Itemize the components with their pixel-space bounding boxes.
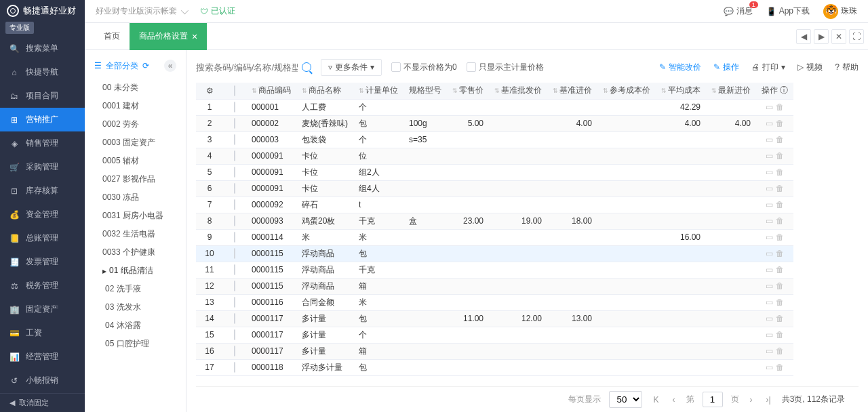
- category-subitem[interactable]: 04 沐浴露: [100, 316, 180, 335]
- tab-close-button[interactable]: ✕: [831, 29, 846, 44]
- page-input[interactable]: [703, 392, 723, 407]
- page-prev-button[interactable]: ‹: [670, 394, 678, 406]
- column-header[interactable]: 商品名称: [296, 83, 353, 99]
- column-header[interactable]: 参考成本价: [597, 83, 656, 99]
- category-item[interactable]: 0003 固定资产: [100, 133, 180, 152]
- edit-icon[interactable]: ▭: [766, 102, 773, 112]
- app-download-link[interactable]: 📱 App下载: [766, 5, 810, 17]
- column-header[interactable]: 规格型号: [403, 83, 447, 99]
- table-row[interactable]: 160000117多计量箱▭🗑: [196, 343, 793, 359]
- column-header[interactable]: 基准进价: [547, 83, 597, 99]
- hide-zero-price-checkbox[interactable]: 不显示价格为0: [391, 62, 457, 73]
- page-first-button[interactable]: K: [650, 394, 661, 406]
- row-checkbox[interactable]: [234, 281, 235, 291]
- delete-icon[interactable]: 🗑: [776, 314, 784, 323]
- edit-icon[interactable]: ▭: [766, 184, 773, 193]
- page-next-button[interactable]: ›: [747, 394, 755, 406]
- column-header[interactable]: 最新进价: [706, 83, 756, 99]
- table-row[interactable]: 70000092碎石t▭🗑: [196, 197, 793, 213]
- edit-icon[interactable]: ▭: [766, 200, 773, 209]
- row-checkbox[interactable]: [234, 167, 235, 178]
- select-all-checkbox[interactable]: [234, 85, 235, 96]
- close-icon[interactable]: ×: [192, 31, 197, 42]
- row-checkbox[interactable]: [234, 102, 235, 112]
- category-item[interactable]: 0031 厨房小电器: [100, 207, 180, 225]
- tenant-selector[interactable]: 好业财专业版演示帐套: [96, 5, 186, 17]
- category-item[interactable]: 0002 劳务: [100, 115, 180, 133]
- sidebar-item-8[interactable]: 📒总账管理: [0, 226, 85, 250]
- sidebar-item-4[interactable]: ◈销售管理: [0, 131, 85, 155]
- sidebar-item-9[interactable]: 🧾发票管理: [0, 250, 85, 274]
- table-row[interactable]: 2000002麦烧(香辣味)包100g5.004.004.004.00▭🗑: [196, 115, 793, 131]
- edit-icon[interactable]: ▭: [766, 297, 773, 307]
- column-header[interactable]: [223, 83, 246, 99]
- delete-icon[interactable]: 🗑: [776, 363, 784, 372]
- table-row[interactable]: 3000003包装袋个s=35▭🗑: [196, 131, 793, 148]
- row-checkbox[interactable]: [234, 199, 235, 210]
- row-checkbox[interactable]: [234, 362, 235, 373]
- category-subitem[interactable]: 05 口腔护理: [100, 335, 180, 353]
- edit-icon[interactable]: ▭: [766, 216, 773, 226]
- delete-icon[interactable]: 🗑: [776, 200, 784, 209]
- tab-fullscreen-button[interactable]: ⛶: [849, 29, 864, 44]
- delete-icon[interactable]: 🗑: [776, 216, 784, 226]
- tab-prev-button[interactable]: ◀: [796, 29, 811, 44]
- collapse-panel-button[interactable]: «: [164, 60, 176, 72]
- info-icon[interactable]: ⓘ: [780, 85, 788, 95]
- sidebar-item-12[interactable]: 💳工资: [0, 321, 85, 345]
- delete-icon[interactable]: 🗑: [776, 265, 784, 274]
- row-checkbox[interactable]: [234, 297, 235, 308]
- column-header[interactable]: 操作 ⓘ: [756, 83, 793, 99]
- more-conditions-button[interactable]: ▿ 更多条件 ▾: [321, 59, 382, 76]
- category-item-expanded[interactable]: ▸ 01 纸品清洁: [100, 262, 180, 280]
- edit-icon[interactable]: ▭: [766, 232, 773, 242]
- edit-icon[interactable]: ▭: [766, 265, 773, 274]
- delete-icon[interactable]: 🗑: [776, 330, 784, 339]
- edit-icon[interactable]: ▭: [766, 249, 773, 258]
- search-input[interactable]: [196, 62, 298, 73]
- delete-icon[interactable]: 🗑: [776, 346, 784, 356]
- table-row[interactable]: 80000093鸡蛋20枚千克盒23.0019.0018.00▭🗑: [196, 213, 793, 229]
- delete-icon[interactable]: 🗑: [776, 184, 784, 193]
- table-row[interactable]: 170000118浮动多计量包▭🗑: [196, 359, 793, 375]
- tab-0[interactable]: 首页: [94, 23, 130, 50]
- smart-price-button[interactable]: ✎ 智能改价: [659, 62, 701, 73]
- sidebar-item-2[interactable]: 🗂项目合同: [0, 84, 85, 108]
- tab-next-button[interactable]: ▶: [814, 29, 829, 44]
- table-row[interactable]: 1000001人工费个42.29▭🗑: [196, 99, 793, 115]
- table-row[interactable]: 100000115浮动商品包▭🗑: [196, 245, 793, 262]
- delete-icon[interactable]: 🗑: [776, 119, 784, 128]
- row-checkbox[interactable]: [234, 313, 235, 324]
- edit-icon[interactable]: ▭: [766, 135, 773, 144]
- category-item[interactable]: 0032 生活电器: [100, 225, 180, 243]
- column-header[interactable]: 零售价: [447, 83, 489, 99]
- sidebar-item-7[interactable]: 💰资金管理: [0, 203, 85, 226]
- row-checkbox[interactable]: [234, 248, 235, 259]
- category-subitem[interactable]: 02 洗手液: [100, 280, 180, 298]
- category-item[interactable]: 00 未分类: [100, 79, 180, 97]
- delete-icon[interactable]: 🗑: [776, 232, 784, 242]
- messages-link[interactable]: 💬 消息 1: [724, 5, 753, 17]
- table-row[interactable]: 120000115浮动商品箱▭🗑: [196, 278, 793, 294]
- column-header[interactable]: 计量单位: [353, 83, 403, 99]
- operate-button[interactable]: ✎ 操作: [713, 62, 739, 73]
- sidebar-item-14[interactable]: ↺小畅报销: [0, 369, 85, 392]
- table-row[interactable]: 50000091卡位组2人▭🗑: [196, 164, 793, 180]
- only-main-unit-checkbox[interactable]: 只显示主计量价格: [467, 62, 544, 73]
- edit-icon[interactable]: ▭: [766, 314, 773, 323]
- tab-1[interactable]: 商品价格设置×: [130, 23, 207, 50]
- table-row[interactable]: 150000117多计量个▭🗑: [196, 327, 793, 343]
- edit-icon[interactable]: ▭: [766, 119, 773, 128]
- edit-icon[interactable]: ▭: [766, 151, 773, 161]
- edit-icon[interactable]: ▭: [766, 363, 773, 372]
- page-size-select[interactable]: 50: [609, 391, 642, 408]
- sidebar-item-1[interactable]: ⌂快捷导航: [0, 60, 85, 84]
- row-checkbox[interactable]: [234, 329, 235, 340]
- column-header[interactable]: 基准批发价: [489, 83, 547, 99]
- category-item[interactable]: 0030 冻品: [100, 188, 180, 207]
- delete-icon[interactable]: 🗑: [776, 297, 784, 307]
- sidebar-item-11[interactable]: 🏢固定资产: [0, 297, 85, 321]
- sidebar-item-6[interactable]: ⊡库存核算: [0, 179, 85, 203]
- gear-icon[interactable]: ⚙: [206, 86, 214, 96]
- row-checkbox[interactable]: [234, 134, 235, 145]
